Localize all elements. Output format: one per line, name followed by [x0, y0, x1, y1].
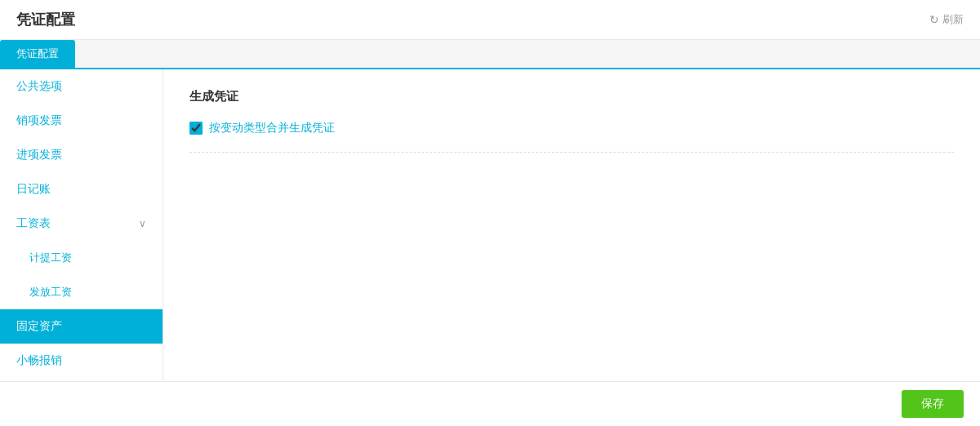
checkbox-row: 按变动类型合并生成凭证 — [189, 121, 954, 135]
sidebar-item-payroll-issue[interactable]: 发放工资 — [0, 275, 163, 309]
sidebar-item-expense[interactable]: 小畅报销 — [0, 344, 163, 378]
chevron-down-icon: ∨ — [139, 218, 146, 229]
merge-checkbox-label[interactable]: 按变动类型合并生成凭证 — [209, 121, 335, 135]
sidebar-item-label: 进项发票 — [16, 148, 62, 162]
merge-checkbox[interactable] — [189, 122, 203, 135]
section-title: 生成凭证 — [189, 89, 954, 104]
sidebar-item-label: 销项发票 — [16, 113, 62, 128]
page-footer: 保存 — [0, 381, 980, 426]
sidebar-item-label: 日记账 — [16, 182, 51, 197]
refresh-icon: ↻ — [929, 13, 939, 26]
refresh-label: 刷新 — [942, 12, 964, 27]
tab-bar: 凭证配置 — [0, 40, 980, 69]
sidebar-item-fixed-assets[interactable]: 固定资产 — [0, 309, 163, 344]
sidebar-item-purchase-invoice[interactable]: 进项发票 — [0, 138, 163, 172]
refresh-button[interactable]: ↻ 刷新 — [929, 12, 964, 27]
sidebar-item-label: 公共选项 — [16, 79, 62, 94]
content-area: 生成凭证 按变动类型合并生成凭证 — [163, 69, 980, 381]
page-header: 凭证配置 ↻ 刷新 — [0, 0, 980, 40]
sidebar-item-label: 固定资产 — [16, 319, 62, 334]
sidebar-item-payroll[interactable]: 工资表∨ — [0, 206, 163, 241]
sidebar-item-label: 发放工资 — [29, 285, 72, 300]
sidebar-item-journal[interactable]: 日记账 — [0, 172, 163, 206]
sidebar-item-label: 小畅报销 — [16, 353, 62, 368]
sidebar-item-payroll-calc[interactable]: 计提工资 — [0, 241, 163, 275]
tab-voucher-config[interactable]: 凭证配置 — [0, 40, 75, 68]
sidebar-item-sales-invoice[interactable]: 销项发票 — [0, 104, 163, 138]
main-container: 公共选项销项发票进项发票日记账工资表∨计提工资发放工资固定资产小畅报销 生成凭证… — [0, 69, 980, 381]
tab-label: 凭证配置 — [16, 47, 59, 60]
save-button[interactable]: 保存 — [902, 390, 964, 418]
sidebar: 公共选项销项发票进项发票日记账工资表∨计提工资发放工资固定资产小畅报销 — [0, 69, 163, 381]
sidebar-item-label: 计提工资 — [29, 251, 72, 265]
sidebar-item-label: 工资表 — [16, 216, 51, 231]
section-divider — [189, 152, 954, 153]
sidebar-item-public[interactable]: 公共选项 — [0, 69, 163, 104]
page-title: 凭证配置 — [16, 10, 75, 29]
